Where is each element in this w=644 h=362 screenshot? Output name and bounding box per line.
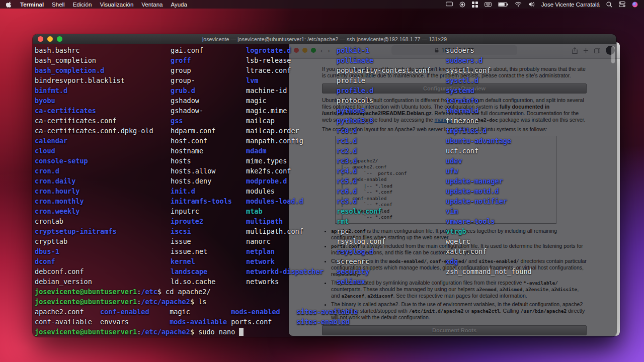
terminal-close-button[interactable]: [38, 36, 43, 42]
file-entry: rc1.d: [337, 137, 357, 145]
file-entry: zsh_command_not_found: [446, 267, 532, 276]
menu-bar: Terminal ShellEdiciónVisualizaciónVentan…: [0, 0, 644, 9]
battery-icon[interactable]: [498, 2, 508, 7]
file-entry: issue: [171, 237, 191, 245]
record-icon[interactable]: [459, 2, 465, 8]
file-entry: rcS.d: [337, 197, 357, 205]
menu-item[interactable]: Edición: [73, 2, 92, 8]
file-entry: bash_completion: [35, 56, 96, 64]
terminal-body[interactable]: bash.bashrcbash_completionbash_completio…: [33, 44, 616, 337]
file-entry: binfmt.d: [35, 86, 67, 95]
ls-column-2: gai.confgroffgroupgroup-grub.dgshadowgsh…: [171, 45, 232, 287]
file-entry: rpc: [337, 227, 349, 235]
file-entry: rc4.d: [337, 167, 357, 175]
file-entry: security: [337, 267, 369, 276]
file-entry: modules-load.d: [246, 197, 303, 205]
file-entry: update-notifier: [446, 197, 507, 205]
menu-item[interactable]: Shell: [52, 2, 65, 8]
file-entry: rc0.d: [337, 127, 357, 135]
file-entry: systemd: [446, 86, 474, 95]
file-entry: vmware-tools: [446, 217, 495, 225]
file-entry: selinux: [337, 278, 365, 286]
file-entry: pollinate: [337, 56, 373, 64]
terminal-output-line: apache2.conf conf-enabled magic mods-ena…: [35, 307, 611, 317]
file-entry: modprobe.d: [246, 177, 287, 185]
menu-item[interactable]: Ventana: [141, 2, 163, 8]
volume-icon[interactable]: [528, 2, 535, 7]
file-entry: cloud: [35, 147, 55, 155]
keyboard-icon[interactable]: [485, 2, 492, 7]
terminal-window: josevicente — josevicente@ubuntuserver1:…: [33, 34, 616, 337]
file-entry: modules: [246, 187, 275, 195]
file-entry: networkd-dispatcher: [246, 267, 324, 276]
file-entry: netplan: [246, 247, 275, 255]
file-entry: mailcap: [246, 117, 275, 125]
terminal-prompt-line: josevicente@ubuntuserver1:/etc/apache2$ …: [35, 297, 611, 307]
file-entry: hostname: [171, 147, 203, 155]
file-entry: sysctl.conf: [446, 66, 491, 74]
terminal-traffic-lights: [38, 36, 62, 42]
control-center-icon[interactable]: [619, 2, 625, 7]
file-entry: dbus-1: [35, 247, 59, 255]
file-entry: crontab: [35, 217, 63, 225]
file-entry: ufw: [446, 167, 458, 175]
file-entry: rc3.d: [337, 157, 357, 165]
file-entry: profile.d: [337, 86, 373, 95]
file-entry: screenrc: [337, 257, 369, 265]
file-entry: gshadow: [171, 97, 199, 105]
file-entry: kernel: [171, 257, 195, 265]
file-entry: ca-certificates: [35, 107, 96, 115]
file-entry: calendar: [35, 137, 67, 145]
file-entry: group: [171, 66, 191, 74]
menu-item[interactable]: Ayuda: [171, 2, 187, 8]
file-entry: hosts: [171, 157, 191, 165]
file-entry: python3.8: [337, 117, 373, 125]
file-entry: polkit-1: [337, 46, 369, 54]
file-entry: nanorc: [246, 237, 271, 245]
file-entry: lvm: [246, 76, 258, 84]
file-entry: crypttab: [35, 237, 67, 245]
file-entry: magic.mime: [246, 107, 287, 115]
file-entry: ca-certificates.conf.dpkg-old: [35, 127, 153, 135]
file-entry: sudoers.d: [446, 56, 482, 64]
file-entry: timezone: [446, 117, 478, 125]
file-entry: hosts.deny: [171, 177, 211, 185]
display-icon[interactable]: [446, 2, 453, 7]
file-entry: mime.types: [246, 157, 287, 165]
menu-item[interactable]: Visualización: [100, 2, 133, 8]
wifi-icon[interactable]: [515, 2, 522, 7]
file-entry: thermald: [446, 107, 478, 115]
terminal-window-title: josevicente — josevicente@ubuntuserver1:…: [202, 36, 447, 42]
file-entry: group-: [171, 76, 195, 84]
file-entry: update-manager: [446, 177, 503, 185]
file-entry: manpath.config: [246, 137, 303, 145]
file-entry: update-motd.d: [446, 187, 499, 195]
ls-column-4: polkit-1pollinatepopularity-contest.conf…: [337, 45, 431, 287]
file-entry: debian_version: [35, 278, 92, 286]
search-icon[interactable]: [606, 2, 612, 8]
menu-username[interactable]: Jose Vicente Carratalá: [541, 2, 600, 8]
terminal-minimize-button[interactable]: [47, 36, 53, 42]
file-entry: bash_completion.d: [35, 66, 104, 74]
file-entry: dconf: [35, 257, 55, 265]
file-entry: udev: [446, 157, 462, 165]
terminal-output-line: conf-available envvars mods-available po…: [35, 317, 611, 327]
file-entry: network: [246, 257, 275, 265]
file-entry: cron.d: [35, 167, 59, 175]
file-entry: init.d: [171, 187, 195, 195]
menu-app-name[interactable]: Terminal: [20, 2, 44, 8]
file-entry: machine-id: [246, 86, 287, 95]
file-entry: profile: [337, 76, 365, 84]
file-entry: host.conf: [171, 137, 207, 145]
terminal-titlebar[interactable]: josevicente — josevicente@ubuntuserver1:…: [33, 34, 616, 44]
file-entry: hosts.allow: [171, 167, 215, 175]
file-entry: ld.so.cache: [171, 278, 215, 286]
siri-icon[interactable]: [632, 2, 638, 8]
file-entry: sysctl.d: [446, 76, 478, 84]
terminal-scrollbar[interactable]: [611, 46, 615, 63]
terminal-zoom-button[interactable]: [57, 36, 62, 42]
apple-icon[interactable]: [6, 1, 12, 8]
file-entry: mtab: [246, 207, 263, 215]
file-entry: rsyslog.d: [337, 247, 373, 255]
grid-icon[interactable]: [472, 2, 478, 8]
